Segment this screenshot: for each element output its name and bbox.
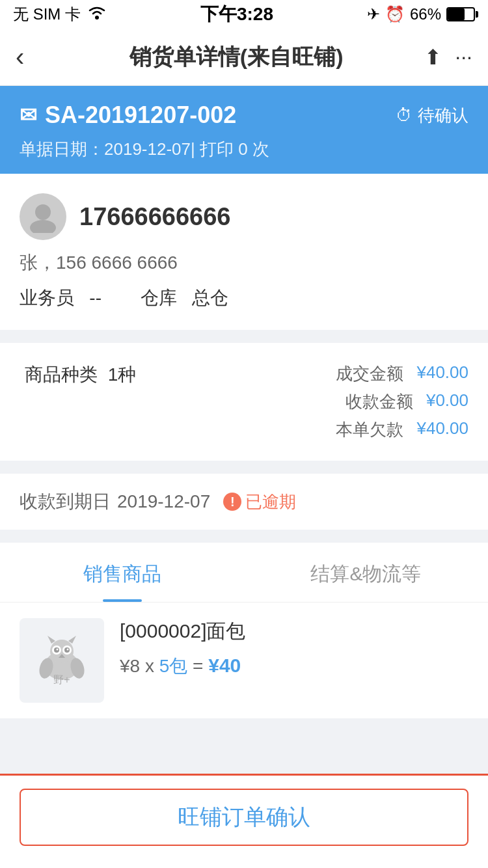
wifi-icon [87, 5, 107, 23]
customer-meta: 业务员 -- 仓库 总仓 [20, 286, 468, 310]
overdue-text: 已逾期 [245, 491, 296, 513]
location-icon: ✈ [367, 5, 380, 23]
order-icon: ✉ [20, 103, 37, 128]
order-date-info: 单据日期：2019-12-07| 打印 0 次 [20, 138, 468, 161]
product-total: ¥40 [208, 655, 241, 676]
back-button[interactable]: ‹ [16, 42, 48, 72]
amount-row-0: 成交金额 ¥40.00 [336, 362, 468, 385]
status-time: 下午3:28 [200, 2, 273, 27]
due-date-label: 收款到期日 [20, 489, 111, 514]
confirm-order-button[interactable]: 旺铺订单确认 [20, 789, 468, 846]
amount-value-0: ¥40.00 [416, 362, 468, 385]
overdue-icon: ! [223, 493, 241, 511]
avatar [20, 193, 66, 240]
product-thumb-logo: 野+ [36, 634, 88, 686]
amount-value-1: ¥0.00 [426, 390, 468, 413]
amount-label-0: 成交金额 [336, 362, 403, 385]
tab-products[interactable]: 销售商品 [0, 543, 244, 602]
product-item: 野+ [0000002]面包 ¥8 x 5包 = ¥40 [0, 603, 488, 718]
tab-settlement-label: 结算&物流等 [310, 563, 421, 584]
amounts: 成交金额 ¥40.00 收款金额 ¥0.00 本单欠款 ¥40.00 [336, 362, 468, 441]
status-clock-icon: ⏱ [396, 105, 413, 126]
svg-point-11 [57, 649, 59, 651]
date-label: 单据日期： [20, 139, 104, 159]
bottom-bar: 旺铺订单确认 [0, 774, 488, 868]
tab-settlement[interactable]: 结算&物流等 [244, 543, 488, 602]
warehouse-value: 总仓 [192, 288, 228, 308]
page-title: 销货单详情(来自旺铺) [48, 42, 424, 72]
order-banner-top: ✉ SA-20191207-002 ⏱ 待确认 [20, 102, 468, 129]
due-section: 收款到期日 2019-12-07 ! 已逾期 [0, 474, 488, 530]
order-id: ✉ SA-20191207-002 [20, 102, 236, 129]
product-type: 商品种类 1种 [20, 362, 136, 387]
amount-row-1: 收款金额 ¥0.00 [346, 390, 468, 413]
status-right: ✈ ⏰ 66% [367, 5, 475, 23]
price-unit: ¥8 [120, 656, 140, 676]
alarm-icon: ⏰ [385, 5, 405, 23]
svg-marker-6 [68, 636, 76, 644]
carrier-label: 无 SIM 卡 [13, 4, 81, 25]
due-date-value: 2019-12-07 [117, 491, 210, 512]
share-icon[interactable]: ⬆ [424, 45, 442, 70]
customer-top: 17666666666 [20, 193, 468, 240]
equals-sign: = [193, 656, 208, 676]
more-icon[interactable]: ··· [455, 45, 472, 69]
product-qty: 5包 [159, 656, 188, 676]
order-id-text: SA-20191207-002 [45, 102, 236, 129]
order-date: 2019-12-07 [104, 139, 191, 159]
tab-products-label: 销售商品 [83, 563, 161, 584]
order-banner: ✉ SA-20191207-002 ⏱ 待确认 单据日期：2019-12-07|… [0, 86, 488, 174]
overdue-badge: ! 已逾期 [223, 491, 296, 513]
confirm-button-label: 旺铺订单确认 [178, 802, 310, 832]
product-thumbnail: 野+ [20, 618, 104, 703]
warehouse-info: 仓库 总仓 [141, 286, 228, 310]
amount-value-2: ¥40.00 [416, 418, 468, 441]
status-text: 待确认 [418, 104, 468, 127]
svg-marker-5 [47, 636, 55, 644]
warehouse-label: 仓库 [141, 288, 177, 308]
order-status: ⏱ 待确认 [396, 104, 468, 127]
sales-value: -- [89, 288, 102, 308]
product-name: [0000002]面包 [120, 618, 468, 645]
financial-section: 商品种类 1种 成交金额 ¥40.00 收款金额 ¥0.00 本单欠款 ¥40.… [0, 343, 488, 461]
amount-label-2: 本单欠款 [336, 418, 403, 441]
financial-row: 商品种类 1种 成交金额 ¥40.00 收款金额 ¥0.00 本单欠款 ¥40.… [20, 362, 468, 441]
svg-point-0 [95, 16, 99, 20]
svg-text:野+: 野+ [53, 674, 70, 685]
status-bar: 无 SIM 卡 下午3:28 ✈ ⏰ 66% [0, 0, 488, 29]
product-info: [0000002]面包 ¥8 x 5包 = ¥40 [120, 618, 468, 679]
customer-section: 17666666666 张，156 6666 6666 业务员 -- 仓库 总仓 [0, 174, 488, 330]
nav-bar: ‹ 销货单详情(来自旺铺) ⬆ ··· [0, 29, 488, 86]
customer-phone: 17666666666 [79, 203, 230, 231]
tabs: 销售商品 结算&物流等 [0, 543, 488, 603]
battery-icon [446, 7, 475, 21]
sales-label: 业务员 [20, 288, 74, 308]
multiply-sign: x [145, 656, 159, 676]
nav-actions: ⬆ ··· [424, 45, 472, 70]
amount-row-2: 本单欠款 ¥40.00 [336, 418, 468, 441]
tabs-section: 销售商品 结算&物流等 [0, 543, 488, 718]
status-left: 无 SIM 卡 [13, 4, 107, 25]
print-info: | 打印 0 次 [191, 139, 269, 159]
product-price: ¥8 x 5包 = ¥40 [120, 654, 468, 679]
amount-label-1: 收款金额 [346, 390, 413, 413]
svg-point-12 [67, 649, 69, 651]
sales-info: 业务员 -- [20, 286, 102, 310]
svg-point-1 [35, 204, 51, 220]
customer-name: 张，156 6666 6666 [20, 251, 468, 275]
svg-point-2 [30, 220, 56, 233]
product-type-label: 商品种类 [25, 364, 98, 385]
battery-percent: 66% [410, 5, 441, 23]
product-type-value: 1种 [108, 364, 137, 385]
